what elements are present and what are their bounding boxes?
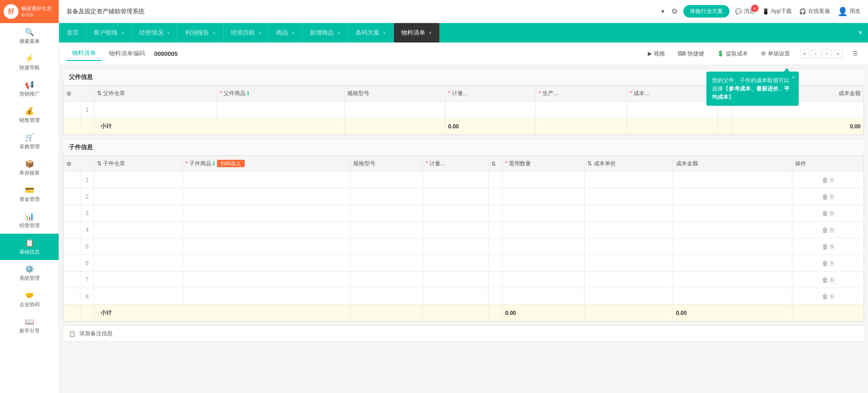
child-row1-warehouse[interactable] (94, 172, 183, 188)
child-row8-unit[interactable] (423, 288, 488, 305)
child-row6-unit[interactable] (423, 255, 488, 272)
sidebar-item-finance[interactable]: 💳 资金管理 (0, 181, 59, 207)
parent-row1-product[interactable] (217, 102, 344, 118)
child-row2-copy-icon[interactable]: ⎘ (830, 193, 834, 200)
extract-cost-button[interactable]: 💲 提取成本 (714, 48, 751, 59)
tab-operations-history[interactable]: 经营历程 × (223, 23, 269, 42)
child-row3-unit-cost[interactable] (585, 205, 673, 222)
child-row5-unit[interactable] (423, 238, 488, 255)
child-row7-unit[interactable] (423, 272, 488, 288)
parent-row1-production[interactable] (536, 102, 627, 118)
list-view-button[interactable]: ☰ (850, 49, 861, 58)
child-row1-unit-cost[interactable] (585, 172, 673, 188)
child-row1-required-qty[interactable] (502, 172, 585, 188)
trial-button[interactable]: 体验行业方案 (683, 5, 729, 18)
child-row2-unit[interactable] (423, 188, 488, 205)
child-row6-copy-icon[interactable]: ⎘ (830, 260, 834, 267)
nav-first-button[interactable]: « (800, 49, 809, 58)
child-row3-warehouse[interactable] (94, 205, 183, 222)
child-row4-spec[interactable] (350, 222, 422, 238)
shortcuts-button[interactable]: ⌨ 快捷键 (675, 48, 707, 59)
parent-row1-spec[interactable] (344, 102, 445, 118)
single-settings-button[interactable]: ⚙ 单据设置 (758, 48, 793, 59)
child-row8-product[interactable] (182, 288, 350, 305)
close-profit-report-icon[interactable]: × (213, 30, 216, 36)
child-row1-copy-icon[interactable]: ⎘ (830, 176, 834, 184)
child-row7-delete-icon[interactable]: 🗑 (822, 276, 828, 284)
child-row8-copy-icon[interactable]: ⎘ (830, 293, 834, 300)
sidebar-item-enterprise[interactable]: 🤝 企业协同 (0, 286, 59, 313)
close-material-list-icon[interactable]: × (429, 30, 432, 36)
sidebar-item-search[interactable]: 🔍 搜索菜单 (0, 23, 59, 49)
child-row4-delete-icon[interactable]: 🗑 (822, 226, 828, 234)
child-row6-warehouse[interactable] (94, 255, 183, 272)
sidebar-item-guide[interactable]: 📖 新手引导 (0, 313, 59, 339)
close-all-tabs-button[interactable]: × (853, 29, 868, 37)
child-row3-product[interactable] (182, 205, 350, 222)
child-row7-unit-cost[interactable] (585, 272, 673, 288)
online-service-action[interactable]: 🎧 在线客服 (799, 7, 830, 15)
child-row4-unit-cost[interactable] (585, 222, 673, 238)
child-row2-spec[interactable] (350, 188, 422, 205)
sidebar-item-basic-info[interactable]: 📋 基础信息 (0, 234, 59, 260)
child-row8-spec[interactable] (350, 288, 422, 305)
child-row1-product[interactable] (182, 172, 350, 188)
parent-col-settings[interactable]: ⚙ (64, 86, 80, 102)
tooltip-close-button[interactable]: × (792, 73, 795, 82)
parent-row1-cost[interactable] (627, 102, 718, 118)
child-row1-delete-icon[interactable]: 🗑 (822, 176, 828, 184)
parent-row1-unit[interactable] (445, 102, 536, 118)
child-row6-delete-icon[interactable]: 🗑 (822, 260, 828, 267)
child-row8-delete-icon[interactable]: 🗑 (822, 293, 828, 300)
tab-material-list[interactable]: 物料清单 × (394, 23, 440, 42)
child-row8-required-qty[interactable] (502, 288, 585, 305)
child-row2-delete-icon[interactable]: 🗑 (822, 193, 828, 200)
child-row7-warehouse[interactable] (94, 272, 183, 288)
tab-barcode[interactable]: 条码方案 × (348, 23, 394, 42)
child-row4-required-qty[interactable] (502, 222, 585, 238)
child-row8-unit-cost[interactable] (585, 288, 673, 305)
close-new-products-icon[interactable]: × (338, 30, 340, 36)
child-row5-product[interactable] (182, 238, 350, 255)
tab-new-products[interactable]: 新增商品 × (302, 23, 348, 42)
sidebar-item-inventory[interactable]: 📦 库存核算 (0, 155, 59, 181)
child-col-settings[interactable]: ⚙ (64, 156, 80, 172)
sidebar-item-system[interactable]: ⚙️ 系统管理 (0, 260, 59, 286)
child-row6-product[interactable] (182, 255, 350, 272)
child-row5-unit-cost[interactable] (585, 238, 673, 255)
child-row2-product[interactable] (182, 188, 350, 205)
child-row1-spec[interactable] (350, 172, 422, 188)
child-row4-unit[interactable] (423, 222, 488, 238)
nav-last-button[interactable]: » (833, 49, 843, 58)
tab-products[interactable]: 商品 × (269, 23, 302, 42)
child-row6-spec[interactable] (350, 255, 422, 272)
child-row3-required-qty[interactable] (502, 205, 585, 222)
video-button[interactable]: ▶ 视频 (645, 48, 668, 59)
close-barcode-icon[interactable]: × (383, 30, 386, 36)
sidebar-item-quick-nav[interactable]: ⚡ 快捷导航 (0, 49, 59, 76)
tab-customers[interactable]: 客户联络 × (86, 23, 132, 42)
nav-prev-button[interactable]: ‹ (811, 49, 820, 58)
child-row5-copy-icon[interactable]: ⎘ (830, 243, 834, 250)
child-row2-warehouse[interactable] (94, 188, 183, 205)
child-row4-product[interactable] (182, 222, 350, 238)
child-row3-spec[interactable] (350, 205, 422, 222)
sidebar-item-purchase[interactable]: 🛒 采购管理 (0, 128, 59, 155)
settings-icon[interactable]: ⚙ (671, 7, 678, 16)
child-row6-required-qty[interactable] (502, 255, 585, 272)
child-row2-required-qty[interactable] (502, 188, 585, 205)
child-row5-required-qty[interactable] (502, 238, 585, 255)
page-tab-material-list[interactable]: 物料清单 (66, 46, 102, 61)
child-row7-copy-icon[interactable]: ⎘ (830, 276, 834, 284)
close-operations-history-icon[interactable]: × (259, 30, 261, 36)
child-row3-unit[interactable] (423, 205, 488, 222)
child-row3-delete-icon[interactable]: 🗑 (822, 210, 828, 217)
tab-profit-report[interactable]: 利润报告 × (178, 23, 223, 42)
child-row8-warehouse[interactable] (94, 288, 183, 305)
child-row7-required-qty[interactable] (502, 272, 585, 288)
topbar-dropdown[interactable]: ▼ (660, 8, 666, 15)
child-row2-unit-cost[interactable] (585, 188, 673, 205)
close-operations-status-icon[interactable]: × (167, 30, 170, 36)
child-row5-warehouse[interactable] (94, 238, 183, 255)
parent-row1-warehouse[interactable] (94, 102, 217, 118)
